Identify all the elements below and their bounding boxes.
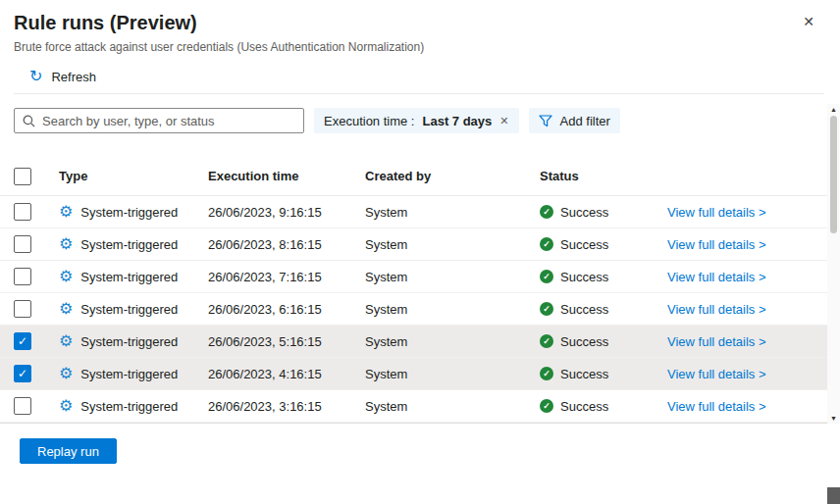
panel-footer: Replay run [0, 423, 840, 479]
table-body: ✓ ⚙ System-triggered 26/06/2023, 9:16:15… [0, 196, 840, 423]
row-status-label: Success [560, 205, 608, 220]
toolbar-divider [14, 93, 824, 94]
table-row[interactable]: ✓ ⚙ System-triggered 26/06/2023, 3:16:15… [0, 390, 840, 423]
row-type-label: System-triggered [80, 367, 178, 381]
view-full-details-link[interactable]: View full details > [667, 334, 766, 349]
close-icon[interactable]: ✕ [803, 14, 814, 29]
add-filter-label: Add filter [560, 114, 610, 128]
view-full-details-link[interactable]: View full details > [667, 237, 766, 252]
rule-runs-panel: Rule runs (Preview) Brute force attack a… [0, 0, 840, 504]
success-icon: ✓ [540, 399, 553, 413]
row-execution-time: 26/06/2023, 3:16:15 [208, 399, 365, 414]
filter-pill-value: Last 7 days [423, 114, 493, 128]
add-filter-button[interactable]: Add filter [529, 108, 620, 133]
row-execution-time: 26/06/2023, 7:16:15 [208, 270, 365, 284]
table-header-row: ✓ Type Execution time Created by Status [0, 157, 840, 196]
success-icon: ✓ [540, 367, 553, 380]
vertical-scrollbar[interactable]: ▲ ▼ [827, 104, 840, 424]
remove-filter-icon[interactable]: ✕ [499, 115, 508, 127]
row-type-label: System-triggered [80, 334, 178, 349]
view-full-details-link[interactable]: View full details > [667, 205, 766, 220]
search-icon [23, 115, 35, 127]
replay-run-button[interactable]: Replay run [20, 438, 117, 464]
row-created-by: System [365, 334, 540, 349]
row-created-by: System [365, 270, 540, 284]
row-checkbox[interactable]: ✓ [14, 203, 31, 221]
column-header-type: Type [59, 169, 208, 183]
refresh-button[interactable]: ↻ Refresh [29, 69, 96, 84]
row-checkbox[interactable]: ✓ [14, 365, 31, 382]
row-checkbox[interactable]: ✓ [14, 268, 31, 285]
checkmark-icon: ✓ [543, 305, 551, 314]
row-status-label: Success [560, 270, 608, 284]
row-checkbox[interactable]: ✓ [14, 300, 31, 318]
row-type-label: System-triggered [80, 205, 178, 220]
refresh-label: Refresh [51, 70, 96, 84]
row-execution-time: 26/06/2023, 9:16:15 [208, 205, 365, 220]
panel-header: Rule runs (Preview) Brute force attack a… [0, 0, 840, 54]
row-checkbox[interactable]: ✓ [14, 235, 31, 253]
checkmark-icon: ✓ [18, 368, 27, 379]
row-status-label: Success [560, 334, 608, 349]
row-created-by: System [365, 367, 540, 381]
row-created-by: System [365, 205, 540, 220]
row-checkbox[interactable]: ✓ [14, 332, 31, 350]
row-status-label: Success [560, 399, 608, 414]
scroll-down-icon[interactable]: ▼ [830, 415, 837, 422]
row-type-label: System-triggered [80, 302, 178, 317]
gear-icon: ⚙ [59, 269, 73, 284]
row-execution-time: 26/06/2023, 4:16:15 [208, 367, 365, 381]
scrollbar-thumb[interactable] [830, 116, 837, 233]
table-row[interactable]: ✓ ⚙ System-triggered 26/06/2023, 4:16:15… [0, 358, 840, 390]
row-created-by: System [365, 237, 540, 252]
table-row[interactable]: ✓ ⚙ System-triggered 26/06/2023, 9:16:15… [0, 196, 840, 228]
checkmark-icon: ✓ [543, 208, 551, 217]
page-title: Rule runs (Preview) [14, 12, 801, 34]
view-full-details-link[interactable]: View full details > [667, 399, 766, 414]
success-icon: ✓ [540, 205, 553, 219]
gear-icon: ⚙ [59, 398, 73, 414]
select-all-checkbox[interactable]: ✓ [14, 168, 31, 185]
gear-icon: ⚙ [59, 204, 73, 220]
success-icon: ✓ [540, 302, 553, 316]
checkmark-icon: ✓ [543, 240, 551, 249]
row-execution-time: 26/06/2023, 6:16:15 [208, 302, 365, 317]
row-created-by: System [365, 399, 540, 414]
row-type-label: System-triggered [80, 270, 178, 284]
checkmark-icon: ✓ [543, 370, 551, 378]
search-box [14, 108, 304, 133]
view-full-details-link[interactable]: View full details > [667, 270, 766, 284]
row-created-by: System [365, 302, 540, 317]
page-subtitle: Brute force attack against user credenti… [14, 40, 801, 54]
row-status-label: Success [560, 367, 608, 381]
column-header-status: Status [540, 169, 667, 183]
gear-icon: ⚙ [59, 301, 73, 317]
column-header-execution-time: Execution time [208, 169, 365, 183]
view-full-details-link[interactable]: View full details > [667, 367, 766, 381]
scroll-up-icon[interactable]: ▲ [830, 106, 837, 113]
row-type-label: System-triggered [80, 399, 178, 414]
row-status-label: Success [560, 237, 608, 252]
view-full-details-link[interactable]: View full details > [667, 302, 766, 317]
table-row[interactable]: ✓ ⚙ System-triggered 26/06/2023, 5:16:15… [0, 326, 840, 358]
row-checkbox[interactable]: ✓ [14, 397, 31, 415]
search-input[interactable] [42, 114, 295, 128]
table-row[interactable]: ✓ ⚙ System-triggered 26/06/2023, 8:16:15… [0, 228, 840, 261]
success-icon: ✓ [540, 237, 553, 251]
rule-runs-table: ✓ Type Execution time Created by Status … [0, 157, 840, 423]
execution-time-filter-pill[interactable]: Execution time : Last 7 days ✕ [314, 108, 519, 133]
checkmark-icon: ✓ [543, 337, 551, 346]
table-row[interactable]: ✓ ⚙ System-triggered 26/06/2023, 7:16:15… [0, 261, 840, 293]
gear-icon: ⚙ [59, 333, 73, 349]
checkmark-icon: ✓ [543, 273, 551, 281]
row-status-label: Success [560, 302, 608, 317]
success-icon: ✓ [540, 334, 553, 348]
success-icon: ✓ [540, 270, 553, 283]
filter-bar: Execution time : Last 7 days ✕ Add filte… [14, 108, 824, 133]
row-type-label: System-triggered [80, 237, 178, 252]
table-row[interactable]: ✓ ⚙ System-triggered 26/06/2023, 6:16:15… [0, 293, 840, 326]
row-execution-time: 26/06/2023, 5:16:15 [208, 334, 365, 349]
page-scrollbar-thumb[interactable] [827, 487, 840, 504]
checkmark-icon: ✓ [543, 402, 551, 411]
checkmark-icon: ✓ [18, 335, 27, 347]
